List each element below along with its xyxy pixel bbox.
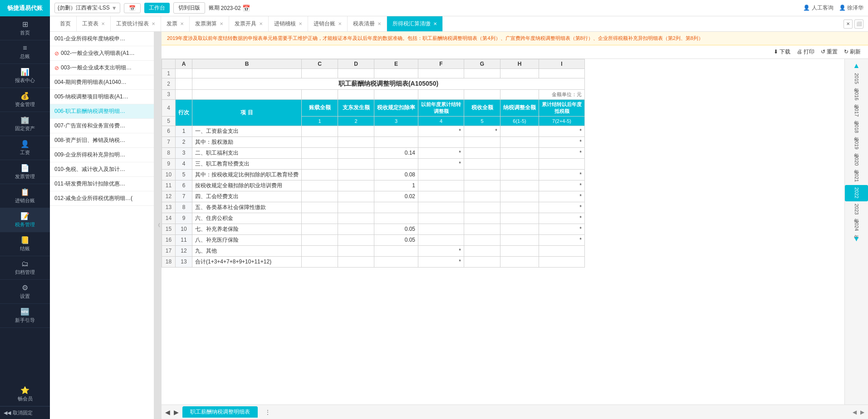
form-list-item-005[interactable]: 005-纳税调整项目明细表(A1… [50, 90, 154, 104]
nav-close-btn[interactable]: ✕ [843, 19, 853, 29]
data-r11-c3[interactable]: 0.05 [374, 234, 418, 245]
download-btn[interactable]: ⬇ 下载 [774, 48, 790, 56]
data-r11-c7[interactable]: * [539, 234, 585, 245]
year-2015[interactable]: 2015年 [845, 71, 868, 87]
tab-income-tax[interactable]: 所得税汇算清缴 ✕ [387, 16, 443, 32]
data-r9-c6[interactable] [500, 213, 539, 224]
form-list-item-007[interactable]: 007-广告宣传和业务宣传费… [50, 119, 154, 133]
period-calendar-icon[interactable]: 📅 [242, 5, 250, 12]
data-r2-c4[interactable] [418, 136, 464, 147]
data-r6-c4[interactable] [418, 180, 464, 191]
bottom-nav-left[interactable]: ◀ [165, 409, 170, 416]
data-r5-c5[interactable] [464, 169, 500, 180]
data-r6-c5[interactable] [464, 180, 500, 191]
data-r7-c6[interactable] [500, 191, 539, 202]
data-r4-c2[interactable] [338, 158, 374, 169]
reset-btn[interactable]: ↺ 重置 [821, 48, 838, 56]
data-r11-c2[interactable] [338, 234, 374, 245]
sidebar-item-settings[interactable]: ⚙ 设置 [0, 280, 50, 304]
data-r6-c6[interactable] [500, 180, 539, 191]
tab-sales-ledger-close[interactable]: ✕ [338, 21, 342, 26]
data-r1-c7[interactable]: * [539, 126, 585, 136]
switch-old-btn[interactable]: 切到旧版 [173, 2, 205, 14]
data-r13-c4[interactable]: * [418, 256, 464, 267]
form-list-item-012[interactable]: 012-减免企业所得税优惠明细…( [50, 191, 154, 206]
tab-invoice[interactable]: 发票 ✕ [161, 16, 190, 32]
data-r12-c2[interactable] [338, 245, 374, 256]
data-r9-c7[interactable]: * [539, 213, 585, 224]
calendar-icon-btn[interactable]: 📅 [124, 3, 141, 13]
data-r4-c4[interactable]: * [418, 158, 464, 169]
data-r9-c4[interactable] [418, 213, 464, 224]
sidebar-item-guide[interactable]: 🆕 新手引导 [0, 304, 50, 328]
data-r3-c6[interactable] [500, 147, 539, 158]
data-r10-c7[interactable]: * [539, 224, 585, 234]
data-r7-c5[interactable] [464, 191, 500, 202]
data-r6-c2[interactable] [338, 180, 374, 191]
data-r10-c6[interactable] [500, 224, 539, 234]
data-r10-c3[interactable]: 0.05 [374, 224, 418, 234]
cancel-fixed-btn[interactable]: ◀◀ 取消固定 [0, 406, 50, 419]
data-r11-c5[interactable] [464, 234, 500, 245]
year-2020[interactable]: 2020年 [845, 152, 868, 169]
sidebar-item-assets[interactable]: 🏢 固定资产 [0, 112, 50, 136]
data-r9-c5[interactable] [464, 213, 500, 224]
data-r5-c2[interactable] [338, 169, 374, 180]
sidebar-item-funds[interactable]: 💰 资金管理 [0, 88, 50, 112]
bottom-options-icon[interactable]: ⋮ [265, 409, 270, 415]
data-r13-c5[interactable] [464, 256, 500, 267]
form-list-item-011[interactable]: 011-研发费用加计扣除优惠… [50, 177, 154, 191]
sidebar-item-vip[interactable]: ⭐ 畅会员 [0, 382, 50, 406]
year-2023[interactable]: 2023年 [845, 201, 868, 218]
data-r9-c3[interactable] [374, 213, 418, 224]
tab-invoice-open[interactable]: 发票开具 ✕ [229, 16, 269, 32]
year-2019[interactable]: 2019年 [845, 136, 868, 152]
data-r5-c1[interactable] [302, 169, 338, 180]
data-r8-c3[interactable] [374, 202, 418, 213]
data-r12-c3[interactable] [374, 245, 418, 256]
sidebar-item-home[interactable]: ⊞ 首页 [0, 16, 50, 40]
data-r2-c7[interactable]: * [539, 136, 585, 147]
tab-sales-audit-close[interactable]: ✕ [299, 21, 302, 26]
data-r2-c3[interactable] [374, 136, 418, 147]
data-r3-c5[interactable] [464, 147, 500, 158]
bottom-scroll-right-icon[interactable]: ▶ [860, 409, 864, 415]
tab-invoice-calc-close[interactable]: ✕ [220, 21, 223, 26]
print-btn[interactable]: 🖨 打印 [797, 48, 814, 56]
data-r11-c1[interactable] [302, 234, 338, 245]
data-r4-c3[interactable] [374, 158, 418, 169]
data-r13-c1[interactable] [302, 256, 338, 267]
data-r7-c7[interactable]: * [539, 191, 585, 202]
data-r8-c6[interactable] [500, 202, 539, 213]
data-r4-c6[interactable] [500, 158, 539, 169]
tab-salary-report[interactable]: 工资统计报表 ✕ [111, 16, 161, 32]
data-r12-c6[interactable] [500, 245, 539, 256]
data-r8-c4[interactable] [418, 202, 464, 213]
year-2017[interactable]: 2017年 [845, 103, 868, 120]
year-2016[interactable]: 2016年 [845, 87, 868, 103]
tab-salary[interactable]: 工资表 ✕ [77, 16, 111, 32]
data-r8-c5[interactable] [464, 202, 500, 213]
data-r6-c7[interactable]: * [539, 180, 585, 191]
data-r10-c4[interactable] [418, 224, 464, 234]
user-avatar[interactable]: 👤 徐泽华 [839, 4, 863, 12]
sidebar-item-tax[interactable]: 📝 税务管理 [0, 208, 50, 232]
bottom-scroll-left-icon[interactable]: ◀ [853, 409, 857, 415]
form-list-item-006[interactable]: 006-职工薪酬纳税调整明细… [50, 104, 154, 119]
data-r1-c3[interactable] [374, 126, 418, 136]
data-r3-c2[interactable] [338, 147, 374, 158]
data-r12-c7[interactable] [539, 245, 585, 256]
tab-income-tax-close[interactable]: ✕ [433, 21, 437, 26]
data-r1-c2[interactable] [338, 126, 374, 136]
data-r12-c1[interactable] [302, 245, 338, 256]
data-r5-c6[interactable] [500, 169, 539, 180]
data-r5-c7[interactable]: * [539, 169, 585, 180]
tab-tax-book[interactable]: 税表清册 ✕ [348, 16, 387, 32]
form-list-item-002[interactable]: ⊘ 002-一般企业收入明细表(A1… [50, 46, 154, 61]
tab-home[interactable]: 首页 [54, 16, 77, 32]
refresh-btn[interactable]: ↻ 刷新 [844, 48, 861, 56]
year-2018[interactable]: 2018年 [845, 120, 868, 136]
sidebar-item-sales[interactable]: 📋 进销台账 [0, 184, 50, 208]
data-r10-c2[interactable] [338, 224, 374, 234]
tab-tax-book-close[interactable]: ✕ [378, 21, 381, 26]
